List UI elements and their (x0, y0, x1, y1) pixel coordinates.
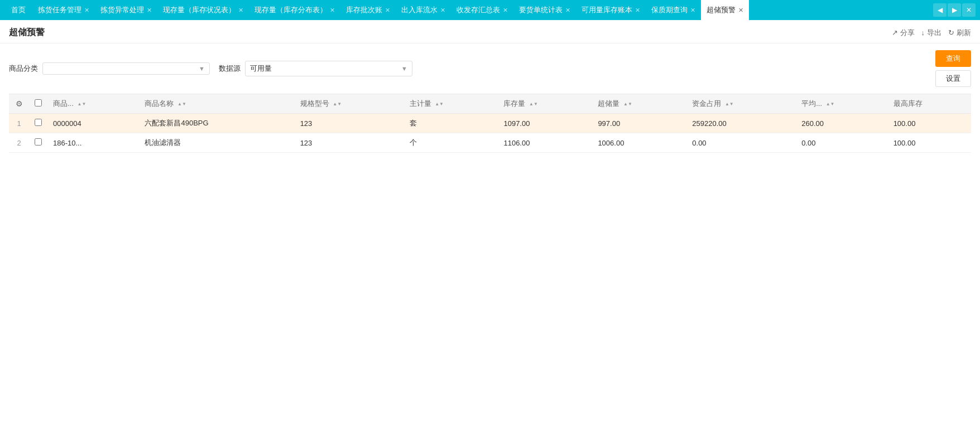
cell-unit: 套 (404, 114, 498, 133)
col-avg[interactable]: 平均... ▲▼ (796, 94, 887, 114)
close-tab-1[interactable]: ✕ (147, 7, 152, 14)
nav-tab-9[interactable]: 保质期查询 ✕ (646, 0, 701, 20)
table-body: 1 0000004 六配套新昌490BPG 123 套 1097.00 997.… (9, 114, 971, 153)
cell-stock: 1097.00 (498, 114, 592, 133)
nav-prev-button[interactable]: ◀ (933, 3, 947, 17)
export-button[interactable]: ↓ 导出 (921, 28, 942, 38)
row-checkbox[interactable] (35, 138, 42, 146)
nav-close-button[interactable]: ✕ (962, 3, 976, 17)
select-all-checkbox[interactable] (35, 99, 42, 106)
cell-product-name: 六配套新昌490BPG (139, 114, 294, 133)
table-header-row: ⚙ 商品... ▲▼ 商品名称 ▲▼ 规格型号 ▲▼ (9, 94, 971, 114)
right-buttons: 查询 设置 (935, 50, 971, 87)
nav-tab-6[interactable]: 收发存汇总表 ✕ (451, 0, 513, 20)
row-num: 1 (9, 114, 29, 133)
close-tab-10[interactable]: ✕ (738, 7, 743, 14)
nav-tab-4[interactable]: 库存批次账 ✕ (340, 0, 396, 20)
row-checkbox-cell (29, 133, 47, 153)
close-tab-6[interactable]: ✕ (503, 7, 508, 14)
nav-home[interactable]: 首页 (4, 5, 32, 15)
datasource-filter-group: 数据源 可用量 ▼ (219, 61, 412, 76)
sort-icon-stock: ▲▼ (529, 101, 538, 106)
refresh-icon: ↻ (948, 28, 954, 37)
cell-product-code: 0000004 (47, 114, 139, 133)
nav-bar: 首页 拣货任务管理 ✕ 拣货异常处理 ✕ 现存量（库存状况表） ✕ 现存量（库存… (0, 0, 980, 20)
row-checkbox-cell (29, 114, 47, 133)
cell-overflow: 1006.00 (592, 133, 686, 153)
sort-icon-overflow: ▲▼ (623, 101, 632, 106)
datasource-label: 数据源 (219, 64, 241, 74)
row-checkbox[interactable] (35, 119, 42, 126)
col-overflow[interactable]: 超储量 ▲▼ (592, 94, 686, 114)
share-icon: ↗ (892, 28, 898, 37)
col-unit[interactable]: 主计量 ▲▼ (404, 94, 498, 114)
cell-max-stock: 100.00 (888, 133, 971, 153)
sort-icon: ▲▼ (77, 101, 86, 106)
header-actions: ↗ 分享 ↓ 导出 ↻ 刷新 (892, 28, 972, 38)
sort-icon-unit: ▲▼ (435, 101, 444, 106)
col-max-stock[interactable]: 最高库存 (888, 94, 971, 114)
nav-tab-2[interactable]: 现存量（库存状况表） ✕ (157, 0, 249, 20)
cell-product-name: 机油滤清器 (139, 133, 294, 153)
col-checkbox (29, 94, 47, 114)
datasource-select[interactable]: 可用量 ▼ (245, 61, 412, 76)
close-tab-3[interactable]: ✕ (330, 7, 335, 14)
cell-overflow: 997.00 (592, 114, 686, 133)
col-spec[interactable]: 规格型号 ▲▼ (295, 94, 404, 114)
datasource-chevron-icon: ▼ (401, 65, 407, 72)
close-tab-8[interactable]: ✕ (635, 7, 640, 14)
close-tab-7[interactable]: ✕ (565, 7, 570, 14)
query-button[interactable]: 查询 (935, 50, 971, 67)
cell-unit: 个 (404, 133, 498, 153)
category-filter-group: 商品分类 ▼ (9, 62, 210, 75)
sort-icon-spec: ▲▼ (333, 101, 342, 106)
export-icon: ↓ (921, 28, 925, 37)
category-select[interactable]: ▼ (42, 62, 210, 75)
close-tab-0[interactable]: ✕ (84, 7, 89, 14)
table-container: ⚙ 商品... ▲▼ 商品名称 ▲▼ 规格型号 ▲▼ (0, 94, 980, 153)
page-container: 超储预警 ↗ 分享 ↓ 导出 ↻ 刷新 商品分类 ▼ 数据源 (0, 20, 980, 446)
cell-capital: 0.00 (686, 133, 796, 153)
sort-icon-avg: ▲▼ (826, 101, 835, 106)
col-product-code[interactable]: 商品... ▲▼ (47, 94, 139, 114)
nav-tab-7[interactable]: 要货单统计表 ✕ (513, 0, 576, 20)
nav-next-button[interactable]: ▶ (948, 3, 961, 17)
gear-icon[interactable]: ⚙ (16, 99, 23, 108)
nav-tab-8[interactable]: 可用量库存账本 ✕ (576, 0, 646, 20)
page-title: 超储预警 (9, 27, 45, 38)
close-tab-9[interactable]: ✕ (690, 7, 695, 14)
cell-max-stock: 100.00 (888, 114, 971, 133)
table-row: 2 186-10... 机油滤清器 123 个 1106.00 1006.00 … (9, 133, 971, 153)
datasource-select-value: 可用量 (250, 64, 272, 74)
sort-icon-capital: ▲▼ (725, 101, 734, 106)
settings-button[interactable]: 设置 (935, 70, 971, 87)
cell-avg: 260.00 (796, 114, 887, 133)
nav-tab-1[interactable]: 拣货异常处理 ✕ (95, 0, 157, 20)
close-tab-4[interactable]: ✕ (385, 7, 390, 14)
cell-capital: 259220.00 (686, 114, 796, 133)
filter-bar: 商品分类 ▼ 数据源 可用量 ▼ 查询 设置 (0, 43, 980, 94)
close-tab-2[interactable]: ✕ (238, 7, 243, 14)
cell-stock: 1106.00 (498, 133, 592, 153)
page-header: 超储预警 ↗ 分享 ↓ 导出 ↻ 刷新 (0, 20, 980, 43)
col-settings: ⚙ (9, 94, 29, 114)
nav-tab-5[interactable]: 出入库流水 ✕ (396, 0, 451, 20)
sort-icon-name: ▲▼ (177, 101, 186, 106)
col-stock[interactable]: 库存量 ▲▼ (498, 94, 592, 114)
nav-tab-10[interactable]: 超储预警 ✕ (701, 0, 749, 20)
row-num: 2 (9, 133, 29, 153)
col-capital[interactable]: 资金占用 ▲▼ (686, 94, 796, 114)
nav-tab-0[interactable]: 拣货任务管理 ✕ (32, 0, 95, 20)
cell-avg: 0.00 (796, 133, 887, 153)
nav-tab-3[interactable]: 现存量（库存分布表） ✕ (249, 0, 340, 20)
nav-arrows: ◀ ▶ ✕ (933, 3, 976, 17)
category-label: 商品分类 (9, 64, 38, 74)
share-button[interactable]: ↗ 分享 (892, 28, 915, 38)
chevron-down-icon: ▼ (199, 65, 205, 72)
refresh-button[interactable]: ↻ 刷新 (948, 28, 971, 38)
cell-spec: 123 (295, 133, 404, 153)
data-table: ⚙ 商品... ▲▼ 商品名称 ▲▼ 规格型号 ▲▼ (9, 94, 971, 153)
close-tab-5[interactable]: ✕ (440, 7, 445, 14)
cell-product-code: 186-10... (47, 133, 139, 153)
col-product-name[interactable]: 商品名称 ▲▼ (139, 94, 294, 114)
